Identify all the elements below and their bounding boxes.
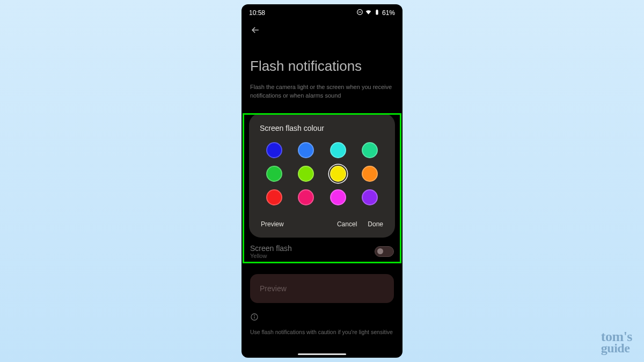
dnd-icon [356,9,363,17]
caution-text: Use flash notifications with caution if … [241,327,402,335]
done-button[interactable]: Done [368,220,383,228]
color-swatch-blue-dark[interactable] [266,142,282,158]
status-time: 10:58 [249,9,265,17]
app-bar [241,19,402,42]
dialog-title: Screen flash colour [258,124,386,132]
battery-percent: 61% [382,9,395,17]
color-swatch-lime[interactable] [298,166,314,182]
color-swatch-red[interactable] [266,189,282,205]
page-description: Flash the camera light or the screen whe… [241,80,402,108]
battery-icon [374,9,380,17]
screen-flash-toggle[interactable] [375,246,394,257]
page-title: Flash notifications [241,42,402,80]
svg-rect-2 [376,10,378,15]
color-swatch-cyan[interactable] [330,142,346,158]
color-swatch-yellow[interactable] [330,166,346,182]
color-swatch-blue[interactable] [298,142,314,158]
phone-frame: 10:58 61% Flash notifications Flash the … [241,4,402,358]
svg-point-6 [254,315,255,316]
color-swatch-magenta[interactable] [298,189,314,205]
screen-flash-row[interactable]: Screen flash Yellow [241,238,402,262]
svg-rect-3 [376,10,377,11]
screen-flash-value: Yellow [250,253,292,259]
color-swatch-pink[interactable] [330,189,346,205]
screen-flash-label: Screen flash [250,244,292,253]
home-indicator[interactable] [298,353,346,355]
bg-preview-button[interactable]: Preview [250,274,394,303]
wifi-icon [365,9,372,17]
color-swatch-orange[interactable] [362,166,378,182]
dialog-actions: Preview Cancel Done [258,211,386,230]
status-bar: 10:58 61% [241,4,402,19]
color-grid [258,142,386,211]
color-swatch-green[interactable] [266,166,282,182]
watermark-logo: tom's guide [601,330,632,354]
back-arrow-icon[interactable] [250,28,261,37]
info-icon [241,303,402,327]
color-picker-dialog: Screen flash colour Preview Cancel Done [249,113,395,238]
cancel-button[interactable]: Cancel [337,220,357,228]
color-swatch-teal-green[interactable] [362,142,378,158]
preview-button[interactable]: Preview [261,220,284,228]
color-swatch-violet[interactable] [362,189,378,205]
status-right: 61% [356,9,395,17]
